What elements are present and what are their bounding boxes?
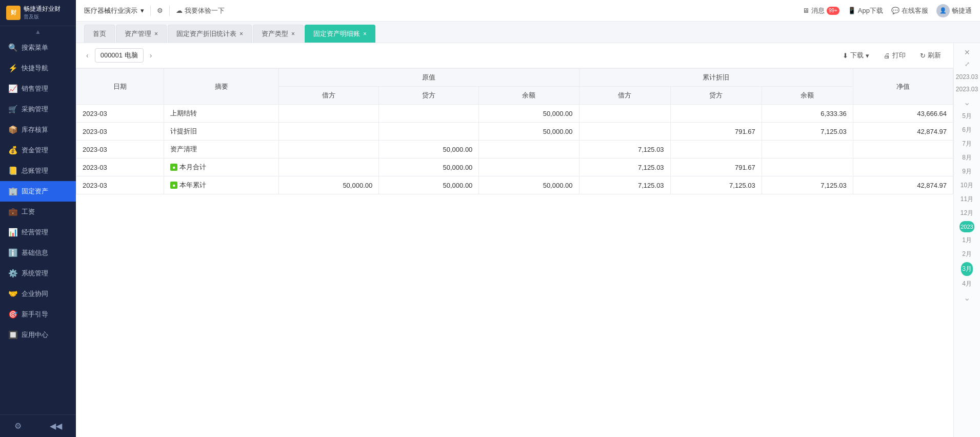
experience-btn[interactable]: ☁ 我要体验一下	[176, 6, 225, 15]
sidebar-item-purchase[interactable]: 🛒 采购管理	[0, 99, 76, 120]
cell-acc-balance-3	[762, 158, 853, 176]
next-asset-btn[interactable]: ›	[148, 50, 154, 61]
cell-date-1: 2023-03	[76, 123, 164, 141]
timeline-month-8[interactable]: 8月	[954, 151, 980, 165]
cell-summary-3: ■本月合计	[164, 158, 279, 176]
sidebar-item-payroll[interactable]: 💼 工资	[0, 202, 76, 222]
th-accumulated-depreciation: 累计折旧	[579, 69, 853, 87]
purchase-icon: 🛒	[8, 105, 17, 114]
sidebar-item-operations[interactable]: 📊 经营管理	[0, 222, 76, 243]
tab-asset-type-close[interactable]: ×	[291, 31, 295, 37]
sidebar-item-ledger[interactable]: 📒 总账管理	[0, 161, 76, 181]
sidebar-item-sales[interactable]: 📈 销售管理	[0, 78, 76, 99]
th-orig-credit: 贷方	[379, 87, 479, 105]
user-info[interactable]: 👤 畅捷通	[936, 4, 972, 17]
timeline-scroll-down-icon[interactable]: ⌄	[962, 291, 972, 305]
cell-acc-credit-1: 791.67	[670, 123, 762, 141]
sidebar-item-inventory[interactable]: 📦 库存核算	[0, 120, 76, 140]
timeline-month-5[interactable]: 5月	[954, 109, 980, 123]
system-icon: ⚙️	[8, 269, 17, 278]
sidebar-scroll-up[interactable]: ▲	[0, 26, 76, 37]
cell-summary-2: 资产清理	[164, 141, 279, 158]
tab-depreciation-stat-close[interactable]: ×	[239, 31, 243, 37]
th-date: 日期	[76, 69, 164, 105]
tab-asset-type-label: 资产类型	[262, 29, 288, 38]
sidebar-item-guide[interactable]: 🎯 新手引导	[0, 304, 76, 325]
company-dropdown-icon: ▾	[141, 7, 144, 14]
table-wrap: 日期 摘要 原值 累计折旧 净值 借方 贷方 余额 借方 贷方 余额	[76, 68, 953, 437]
timeline-month-6[interactable]: 6月	[954, 123, 980, 137]
timeline-month-3-active[interactable]: 3月	[961, 262, 973, 276]
timeline-year-2023-03-b[interactable]: 2023.03	[954, 83, 980, 95]
cell-orig-debit-1	[279, 123, 379, 141]
timeline-scroll-icon[interactable]: ⌄	[962, 95, 972, 109]
timeline-close-icon[interactable]: ✕	[962, 46, 972, 58]
tab-home[interactable]: 首页	[84, 25, 115, 43]
settings-icon[interactable]: ⚙	[10, 419, 26, 433]
timeline-expand-icon[interactable]: ⤢	[963, 58, 972, 70]
message-btn[interactable]: 🖥 消息 99+	[803, 6, 839, 15]
tab-depreciation-stat[interactable]: 固定资产折旧统计表 ×	[168, 25, 252, 43]
sidebar-item-label-basic-info: 基础信息	[22, 248, 48, 257]
timeline-month-11[interactable]: 11月	[954, 192, 980, 206]
cell-orig-credit-3: 50,000.00	[379, 158, 479, 176]
company-selector[interactable]: 医疗器械行业演示 ▾	[84, 6, 144, 15]
timeline-month-7[interactable]: 7月	[954, 137, 980, 151]
online-service-label: 在线客服	[902, 6, 928, 15]
th-original-value: 原值	[279, 69, 579, 87]
download-btn[interactable]: ⬇ 下载 ▾	[838, 49, 873, 62]
experience-label: 我要体验一下	[185, 6, 225, 15]
fixed-assets-icon: 🏢	[8, 187, 17, 196]
sales-icon: 📈	[8, 84, 17, 93]
sidebar-item-cooperation[interactable]: 🤝 企业协同	[0, 284, 76, 304]
sidebar-item-app-center[interactable]: 🔲 应用中心	[0, 325, 76, 345]
refresh-btn[interactable]: ↻ 刷新	[916, 49, 945, 62]
app-download-btn[interactable]: 📱 App下载	[848, 6, 883, 15]
table-row: 2023-03 计提折旧 50,000.00 791.67 7,125.03 4…	[76, 123, 953, 141]
sidebar-item-system[interactable]: ⚙️ 系统管理	[0, 263, 76, 284]
tab-asset-detail-close[interactable]: ×	[363, 31, 367, 37]
th-summary: 摘要	[164, 69, 279, 105]
cell-acc-credit-3: 791.67	[670, 158, 762, 176]
prev-asset-btn[interactable]: ‹	[84, 50, 91, 61]
sidebar-item-quick-nav[interactable]: ⚡ 快捷导航	[0, 58, 76, 78]
tab-asset-type[interactable]: 资产类型 ×	[253, 25, 304, 43]
print-btn[interactable]: 🖨 打印	[879, 49, 910, 62]
sidebar-logo: 财 畅捷通好业财 普及版	[0, 0, 76, 26]
search-icon: 🔍	[8, 43, 17, 52]
topbar-right: 🖥 消息 99+ 📱 App下载 💬 在线客服 👤 畅捷通	[803, 4, 972, 17]
sidebar-item-capital[interactable]: 💰 资金管理	[0, 140, 76, 161]
cell-orig-balance-4: 50,000.00	[479, 176, 579, 194]
basic-info-icon: ℹ️	[8, 248, 17, 257]
sidebar-item-fixed-assets[interactable]: 🏢 固定资产	[0, 181, 76, 202]
table-row: 2023-03 ■本年累计 50,000.00 50,000.00 50,000…	[76, 176, 953, 194]
sidebar-item-label-payroll: 工资	[22, 207, 35, 216]
sidebar-item-basic-info[interactable]: ℹ️ 基础信息	[0, 243, 76, 263]
sidebar-item-search[interactable]: 🔍 搜索菜单	[0, 37, 76, 58]
table-row: 2023-03 ■本月合计 50,000.00 7,125.03 791.67	[76, 158, 953, 176]
content-main: ‹ 000001 电脑 › ⬇ 下载 ▾ 🖨 打印	[76, 43, 953, 437]
cell-date-3: 2023-03	[76, 158, 164, 176]
th-orig-balance: 余额	[479, 87, 579, 105]
asset-detail-table: 日期 摘要 原值 累计折旧 净值 借方 贷方 余额 借方 贷方 余额	[76, 68, 953, 194]
timeline-month-12[interactable]: 12月	[954, 206, 980, 220]
tab-asset-mgmt-close[interactable]: ×	[154, 31, 158, 37]
asset-code-box: 000001 电脑	[95, 48, 144, 63]
timeline-month-10[interactable]: 10月	[954, 178, 980, 192]
settings-config[interactable]: ⚙	[157, 7, 163, 14]
timeline-month-2[interactable]: 2月	[954, 247, 980, 261]
sidebar-item-label-search: 搜索菜单	[22, 43, 48, 52]
gear-icon: ⚙	[157, 7, 163, 14]
sidebar-item-label-sales: 销售管理	[22, 84, 48, 93]
timeline-month-1[interactable]: 1月	[954, 233, 980, 247]
th-acc-credit: 贷方	[670, 87, 762, 105]
timeline-month-4[interactable]: 4月	[954, 277, 980, 291]
online-service-btn[interactable]: 💬 在线客服	[891, 6, 928, 15]
timeline-month-9[interactable]: 9月	[954, 165, 980, 178]
tab-asset-detail[interactable]: 固定资产明细账 ×	[305, 25, 375, 43]
timeline-year-2023[interactable]: 2023	[959, 221, 974, 232]
timeline-year-2023-03-a[interactable]: 2023.03	[954, 71, 980, 83]
tab-asset-mgmt[interactable]: 资产管理 ×	[116, 25, 167, 43]
cell-acc-debit-4: 7,125.03	[579, 176, 670, 194]
collapse-icon[interactable]: ◀◀	[46, 419, 66, 433]
